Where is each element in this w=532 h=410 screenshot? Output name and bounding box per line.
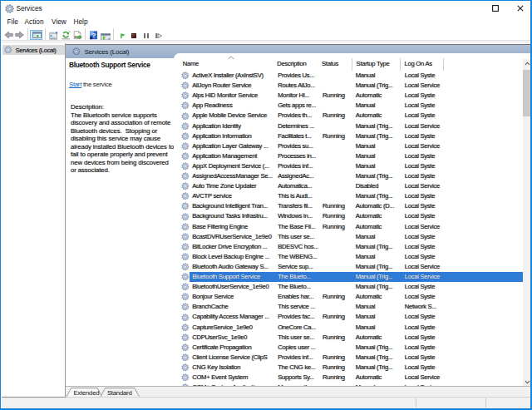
svg-text:?: ? (91, 32, 96, 39)
